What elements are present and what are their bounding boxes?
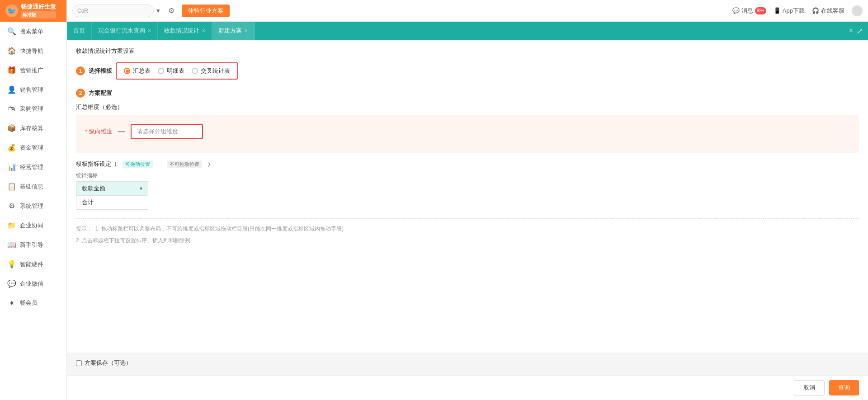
sidebar-item-system[interactable]: ⚙系统管理 [0,196,66,216]
dimension-select[interactable]: 请选择分组维度 [131,124,203,139]
indicator-header-text: 收款金额 [82,184,105,193]
radio-detail-circle [158,68,164,74]
tab-bank-flow-close[interactable]: × [148,28,151,34]
tips-label: 提示： [76,226,92,232]
indicator-row-total: 合计 [76,195,148,209]
user-avatar[interactable] [852,5,863,16]
industry-btn[interactable]: 体验行业方案 [182,5,230,17]
tips-section: 提示： 1. 拖动标题栏可以调整布局，不可跨维度或指标区域拖动栏目段(只能在同一… [76,218,859,245]
sidebar-item-label: 企业协同 [20,221,43,230]
sidebar-item-enterprise[interactable]: 📁企业协同 [0,216,66,235]
sidebar-item-marketing[interactable]: 🎁营销推广 [0,61,66,80]
tab-new-plan[interactable]: 新建方案 × [212,22,255,40]
page-title: 收款情况统计方案设置 [76,47,859,55]
sidebar-item-basic-info[interactable]: 📋基础信息 [0,177,66,196]
step2-title: 方案配置 [89,89,112,97]
indicator-table: 收款金额 ▾ 合计 [76,181,148,210]
query-button[interactable]: 查询 [829,380,859,395]
indicator-separator [158,161,161,168]
sidebar-item-purchase[interactable]: 🛍采购管理 [0,99,66,118]
purchase-icon: 🛍 [7,105,16,113]
sidebar-item-guide[interactable]: 📖新手引导 [0,235,66,254]
logo-text-area: 畅捷通好生意 标准版 [21,3,56,19]
template-radio-group: 汇总表 明细表 交叉统计表 [124,67,230,75]
tips-line2: 2. 点击标题栏下拉可设置排序、插入列和删除列 [76,236,859,246]
guide-icon: 📖 [7,240,16,249]
download-icon: 📱 [774,7,781,14]
indicator-row-text: 合计 [82,199,94,206]
sidebar-item-quick-nav[interactable]: 🏠快捷导航 [0,41,66,61]
tabbar: 首页 现金银行流水查询 × 收款情况统计 × 新建方案 × × ⤢ [67,22,868,40]
sidebar-item-smart-hardware[interactable]: 💡智能硬件 [0,254,66,274]
system-icon: ⚙ [7,202,16,210]
step2-section: 2 方案配置 汇总维度（必选） * 纵向维度 — 请选择分组维度 [76,89,859,245]
search-area: ▼ [72,5,161,17]
basic-info-icon: 📋 [7,182,16,191]
search-menu-icon: 🔍 [7,27,16,36]
message-label: 消息 [741,7,753,15]
stats-section: 统计指标 收款金额 ▾ 合计 [76,172,859,211]
sidebar-item-label: 基础信息 [20,183,43,191]
radio-cross-circle [192,68,198,74]
logo-icon: 🐦 [5,5,18,17]
settings-icon[interactable]: ⚙ [168,6,175,15]
sidebar-item-capital[interactable]: 💰资金管理 [0,138,66,157]
search-dropdown-icon[interactable]: ▼ [156,8,161,14]
tab-bank-flow[interactable]: 现金银行流水查询 × [92,22,158,40]
sidebar-item-label: 系统管理 [20,202,43,210]
capital-icon: 💰 [7,143,16,152]
member-icon: ♦ [7,299,16,307]
sidebar-item-operations[interactable]: 📊经营管理 [0,157,66,177]
search-input[interactable] [72,5,154,17]
radio-detail[interactable]: 明细表 [158,67,184,75]
sidebar: 🐦 畅捷通好生意 标准版 🔍搜索菜单🏠快捷导航🎁营销推广👤销售管理🛍采购管理📦库… [0,0,67,400]
sidebar-item-label: 经营管理 [20,163,43,171]
sidebar-item-search-menu[interactable]: 🔍搜索菜单 [0,22,66,41]
sidebar-item-inventory[interactable]: 📦库存核算 [0,118,66,138]
tab-home[interactable]: 首页 [67,22,92,40]
indicator-settings-label: 模板指标设定（ [76,160,117,168]
cancel-button[interactable]: 取消 [794,380,825,395]
sidebar-item-label: 畅会员 [20,299,38,307]
sidebar-item-member[interactable]: ♦畅会员 [0,293,66,312]
topbar-right: 💬 消息 99+ 📱 App下载 🎧 在线客服 [732,5,863,16]
service-btn[interactable]: 🎧 在线客服 [812,7,844,15]
radio-summary[interactable]: 汇总表 [124,67,151,75]
sidebar-item-label: 新手引导 [20,241,43,249]
indicator-chevron-icon[interactable]: ▾ [140,185,142,192]
tab-maximize-btn[interactable]: ⤢ [857,27,863,35]
vertical-label: * 纵向维度 [85,127,113,136]
tab-payment-stats[interactable]: 收款情况统计 × [158,22,212,40]
message-icon: 💬 [732,7,740,14]
sidebar-item-label: 采购管理 [20,105,43,113]
sidebar-item-wechat[interactable]: 💬企业微信 [0,274,66,293]
sidebar-item-label: 企业微信 [20,280,43,288]
tips-line1: 1. 拖动标题栏可以调整布局，不可跨维度或指标区域拖动栏目段(只能在同一维度或指… [95,226,344,232]
download-btn[interactable]: 📱 App下载 [774,7,805,15]
step1-title: 选择模板 [89,67,112,75]
tabbar-actions: × ⤢ [844,22,868,40]
radio-cross[interactable]: 交叉统计表 [192,67,230,75]
save-checkbox[interactable] [76,360,82,366]
service-icon: 🎧 [812,7,819,14]
inventory-icon: 📦 [7,124,16,132]
template-select-box: 汇总表 明细表 交叉统计表 [116,62,238,80]
radio-detail-label: 明细表 [167,67,184,75]
radio-summary-circle [124,68,130,74]
tab-close-all-btn[interactable]: × [849,27,853,35]
enterprise-icon: 📁 [7,221,16,230]
dimension-arrow: — [118,127,125,136]
movable-badge: 可拖动位置 [123,160,153,168]
sales-icon: 👤 [7,85,16,94]
message-btn[interactable]: 💬 消息 99+ [732,7,766,15]
tab-payment-stats-close[interactable]: × [202,28,205,34]
bottom-actions: 取消 查询 [67,375,868,400]
dimension-row: * 纵向维度 — 请选择分组维度 [85,124,850,139]
tab-new-plan-close[interactable]: × [245,28,248,34]
tab-home-label: 首页 [73,27,85,35]
content-inner: 收款情况统计方案设置 1 选择模板 汇总表 [67,40,868,353]
sidebar-nav: 🔍搜索菜单🏠快捷导航🎁营销推广👤销售管理🛍采购管理📦库存核算💰资金管理📊经营管理… [0,22,66,400]
sidebar-item-sales[interactable]: 👤销售管理 [0,80,66,99]
config-section: 汇总维度（必选） * 纵向维度 — 请选择分组维度 模 [76,103,859,245]
operations-icon: 📊 [7,163,16,171]
